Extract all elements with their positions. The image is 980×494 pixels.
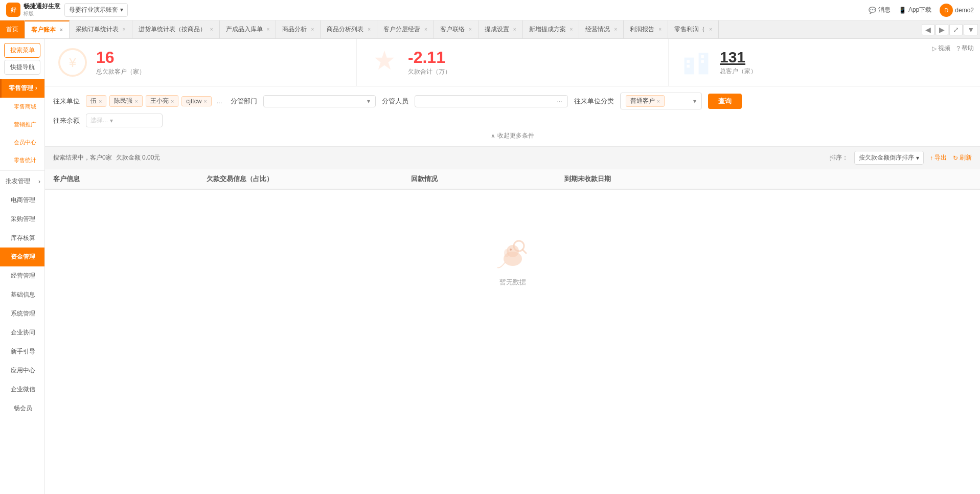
building-icon: [681, 47, 712, 78]
close-icon[interactable]: ×: [469, 27, 472, 32]
person-select[interactable]: ···: [415, 95, 568, 107]
close-icon[interactable]: ×: [424, 27, 427, 32]
sidebar-item-capital[interactable]: 资金管理: [0, 248, 44, 266]
main-layout: 搜索菜单 快捷导航 零售管理 › 零售商城 营销推广 会员中心 零售统计 批发管…: [0, 39, 980, 494]
sort-value: 按欠款金额倒序排序: [859, 153, 914, 162]
close-icon[interactable]: ×: [60, 27, 63, 33]
close-icon[interactable]: ×: [210, 27, 213, 32]
more-tags-btn[interactable]: ...: [215, 96, 224, 106]
sidebar-item-vip[interactable]: 畅会员: [0, 399, 44, 418]
remove-tag-wu[interactable]: ×: [99, 98, 102, 104]
close-icon[interactable]: ×: [570, 27, 573, 32]
tab-scroll-right[interactable]: ▶: [936, 24, 948, 35]
tab-profit-report[interactable]: 利润报告 ×: [624, 20, 668, 39]
account-selector[interactable]: 母婴行业演示账套 ▾: [64, 3, 128, 17]
dept-filter-label: 分管部门: [231, 97, 257, 106]
sidebar-item-app-center[interactable]: 应用中心: [0, 361, 44, 380]
remove-tag-wang[interactable]: ×: [171, 98, 174, 104]
sidebar-item-sys[interactable]: 系统管理: [0, 304, 44, 323]
sidebar-item-label: 新手引导: [11, 348, 35, 355]
tab-accounts[interactable]: 客户账本 ×: [25, 20, 70, 39]
dots-icon[interactable]: ···: [557, 98, 562, 105]
remove-tag-chen[interactable]: ×: [134, 98, 138, 104]
top-bar: 好 畅捷通好生意 标版 母婴行业演示账套 ▾ 💬 消息 📱 App下载 D de…: [0, 0, 980, 20]
sidebar-item-enterprise[interactable]: 企业协同: [0, 323, 44, 342]
tab-stock-stat[interactable]: 进货单统计表（按商品） ×: [132, 20, 220, 39]
filter-area: 往来单位 伍 × 陈民强 × 王小亮 × cjttcw: [45, 86, 980, 147]
unit-class-select[interactable]: 普通客户 × ▾: [620, 93, 702, 109]
close-icon[interactable]: ×: [658, 27, 662, 32]
tab-new-promote[interactable]: 新增提成方案 ×: [523, 20, 580, 39]
remove-tag-cjttcw[interactable]: ×: [203, 98, 207, 104]
sidebar: 搜索菜单 快捷导航 零售管理 › 零售商城 营销推广 会员中心 零售统计 批发管…: [0, 39, 45, 494]
sort-select[interactable]: 按欠款金额倒序排序 ▾: [854, 151, 924, 165]
svg-point-10: [510, 249, 512, 251]
sidebar-item-retail-mgmt[interactable]: 零售管理 ›: [0, 79, 44, 98]
close-icon[interactable]: ×: [513, 27, 516, 32]
tab-operation[interactable]: 经营情况 ×: [579, 20, 624, 39]
sidebar-item-marketing[interactable]: 营销推广: [0, 116, 44, 133]
sidebar-item-inventory[interactable]: 库存核算: [0, 229, 44, 248]
app-download-btn[interactable]: 📱 App下载: [899, 6, 931, 14]
sidebar-item-purchase[interactable]: 采购管理: [0, 210, 44, 229]
refresh-icon: ↻: [953, 154, 958, 162]
top-bar-right: 💬 消息 📱 App下载 D demo2: [869, 4, 974, 17]
export-label: 导出: [935, 153, 947, 162]
sidebar-item-label: 营销推广: [14, 121, 36, 127]
stat-debt-label: 欠款合计（万）: [408, 68, 451, 76]
sidebar-item-basic[interactable]: 基础信息: [0, 285, 44, 304]
close-icon[interactable]: ×: [311, 27, 314, 32]
tab-scroll-left[interactable]: ◀: [922, 24, 935, 35]
sidebar-item-new-guide[interactable]: 新手引导: [0, 342, 44, 361]
message-btn[interactable]: 💬 消息: [869, 6, 891, 14]
tab-label: 产成品入库单: [226, 25, 263, 34]
sidebar-item-ecommerce[interactable]: 电商管理: [0, 191, 44, 210]
sidebar-item-enterprise-wechat[interactable]: 企业微信: [0, 380, 44, 399]
app-label: App下载: [908, 6, 931, 14]
tab-goods-analysis[interactable]: 商品分析 ×: [276, 20, 321, 39]
close-icon[interactable]: ×: [267, 27, 270, 32]
tab-home[interactable]: 首页: [0, 20, 25, 39]
tab-maximize[interactable]: ⤢: [949, 24, 963, 35]
tab-label: 利润报告: [630, 25, 654, 34]
svg-text:¥: ¥: [69, 55, 77, 70]
filter-tag-wu: 伍 ×: [86, 95, 106, 107]
remainder-select[interactable]: 选择... ▾: [86, 114, 163, 127]
video-btn[interactable]: ▷ 视频: [932, 44, 950, 53]
sidebar-item-retail-mall[interactable]: 零售商城: [0, 98, 44, 116]
collapse-label: 收起更多条件: [497, 131, 534, 140]
export-btn[interactable]: ↑ 导出: [930, 153, 947, 162]
query-btn[interactable]: 查询: [708, 94, 742, 109]
sidebar-item-member[interactable]: 会员中心: [0, 133, 44, 151]
help-icon: ?: [956, 45, 960, 52]
remove-unit-class[interactable]: ×: [657, 98, 660, 104]
tab-purchase-order[interactable]: 采购订单统计表 ×: [70, 20, 132, 39]
video-label: 视频: [938, 44, 950, 53]
collapse-btn[interactable]: ∧ 收起更多条件: [491, 131, 534, 140]
dept-select[interactable]: ▾: [263, 95, 376, 107]
close-icon[interactable]: ×: [368, 27, 371, 32]
quick-nav-btn[interactable]: 快捷导航: [4, 60, 40, 75]
refresh-btn[interactable]: ↻ 刷新: [953, 153, 972, 162]
stat-card-debt: -2.11 欠款合计（万）: [357, 39, 669, 86]
tab-actions: ◀ ▶ ⤢ ▼: [922, 24, 980, 35]
tab-customer-connect[interactable]: 客户联络 ×: [434, 20, 478, 39]
tag-label: cjttcw: [186, 98, 201, 105]
tab-goods-list[interactable]: 商品分析列表 ×: [321, 20, 377, 39]
stat-info-debt: -2.11 欠款合计（万）: [408, 49, 451, 76]
tab-produce-in[interactable]: 产成品入库单 ×: [220, 20, 277, 39]
tab-customer-tier[interactable]: 客户分层经营 ×: [377, 20, 434, 39]
close-icon[interactable]: ×: [614, 27, 617, 32]
sidebar-item-ops[interactable]: 经营管理: [0, 266, 44, 285]
close-icon[interactable]: ×: [709, 27, 712, 32]
search-menu-btn[interactable]: 搜索菜单: [4, 43, 40, 58]
tab-retail-profit[interactable]: 零售利润（ ×: [668, 20, 719, 39]
sidebar-item-retail-stat[interactable]: 零售统计: [0, 151, 44, 169]
tab-menu[interactable]: ▼: [964, 24, 978, 35]
user-area[interactable]: D demo2: [940, 4, 974, 17]
tab-promote-setting[interactable]: 提成设置 ×: [478, 20, 523, 39]
help-btn[interactable]: ? 帮助: [956, 44, 974, 53]
close-icon[interactable]: ×: [123, 27, 126, 32]
sidebar-item-batch-mgmt[interactable]: 批发管理 ›: [0, 172, 44, 191]
tab-label: 采购订单统计表: [76, 25, 119, 34]
